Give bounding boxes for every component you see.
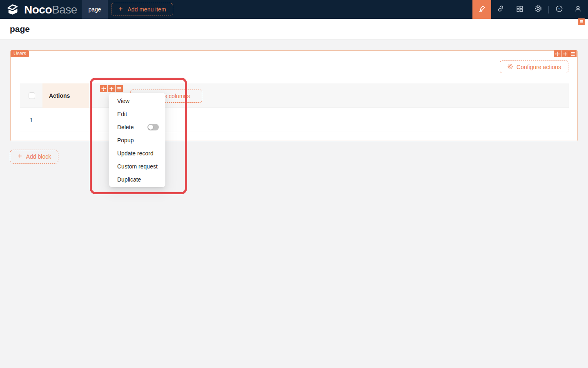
navbar-divider <box>548 6 549 13</box>
delete-toggle[interactable] <box>147 124 159 130</box>
settings-button[interactable] <box>529 0 548 19</box>
add-menu-item-button[interactable]: Add menu item <box>111 3 173 16</box>
actions-column-label: Actions <box>49 92 70 99</box>
question-circle-icon: ? <box>555 5 563 14</box>
add-icon[interactable] <box>108 85 115 92</box>
page-content: Users <box>0 40 588 368</box>
user-menu-button[interactable] <box>568 0 587 19</box>
plus-icon <box>118 6 123 13</box>
configure-actions-button[interactable]: Configure actions <box>500 61 568 73</box>
menu-tab-page-label: page <box>88 6 101 13</box>
add-block-label: Add block <box>26 153 51 160</box>
highlighter-icon <box>478 4 486 14</box>
menu-item-duplicate[interactable]: Duplicate <box>109 173 165 186</box>
plugin-manager-button[interactable] <box>491 0 510 19</box>
menu-item-edit[interactable]: Edit <box>109 108 165 121</box>
actions-column-header: Actions <box>42 83 89 108</box>
brand-text: NocoBase <box>24 4 77 16</box>
screen: NocoBase page Add menu item <box>0 0 588 368</box>
menu-item-label: Delete <box>117 124 134 130</box>
navbar-right-icons: ? <box>472 0 587 19</box>
menu-item-custom-request[interactable]: Custom request <box>109 160 165 173</box>
nocobase-logo-icon <box>7 3 21 17</box>
top-navbar: NocoBase page Add menu item <box>0 0 588 19</box>
block-designer-icons <box>554 50 577 57</box>
gear-icon <box>534 4 542 14</box>
user-icon <box>574 5 582 14</box>
configure-actions-dropdown: View Edit Delete Popup Update record Cus… <box>109 93 165 187</box>
add-block-button[interactable]: Add block <box>10 150 58 164</box>
menu-item-label: Duplicate <box>117 176 141 183</box>
table-row: 1 <box>20 108 569 132</box>
gear-icon <box>507 63 513 71</box>
brand-light: Base <box>52 3 77 16</box>
drag-icon[interactable] <box>554 50 561 57</box>
menu-item-popup[interactable]: Popup <box>109 134 165 147</box>
menu-item-label: Custom request <box>117 163 158 170</box>
select-all-checkbox[interactable] <box>29 92 35 99</box>
ui-editor-button[interactable] <box>472 0 491 19</box>
page-title: page <box>10 24 30 34</box>
row-number: 1 <box>20 108 42 132</box>
svg-text:?: ? <box>558 7 560 11</box>
users-table-block: Users <box>10 50 578 141</box>
menu-item-view[interactable]: View <box>109 94 165 108</box>
menu-item-label: Update record <box>117 150 154 157</box>
api-plug-icon <box>497 4 505 14</box>
menu-item-label: Edit <box>117 111 127 117</box>
add-menu-item-label: Add menu item <box>127 6 166 13</box>
configure-actions-label: Configure actions <box>517 64 561 70</box>
menu-item-delete[interactable]: Delete <box>109 121 165 134</box>
menu-tab-page[interactable]: page <box>82 0 108 19</box>
nocobase-logo[interactable]: NocoBase <box>7 3 77 16</box>
actions-column-designer-icons <box>100 85 123 92</box>
add-icon[interactable] <box>561 50 569 57</box>
page-designer-menu-icon[interactable] <box>578 18 585 25</box>
page-header: page <box>0 19 588 40</box>
menu-icon[interactable] <box>569 50 577 57</box>
drag-icon[interactable] <box>100 85 107 92</box>
menu-item-label: View <box>117 98 129 104</box>
menu-item-update-record[interactable]: Update record <box>109 147 165 160</box>
menu-icon[interactable] <box>116 85 123 92</box>
help-button[interactable]: ? <box>550 0 568 19</box>
apps-button[interactable] <box>510 0 529 19</box>
collection-badge: Users <box>11 50 29 57</box>
menu-item-label: Popup <box>117 137 134 144</box>
appstore-grid-icon <box>516 5 523 14</box>
brand-bold: Noco <box>24 3 52 16</box>
plus-icon <box>17 153 22 160</box>
